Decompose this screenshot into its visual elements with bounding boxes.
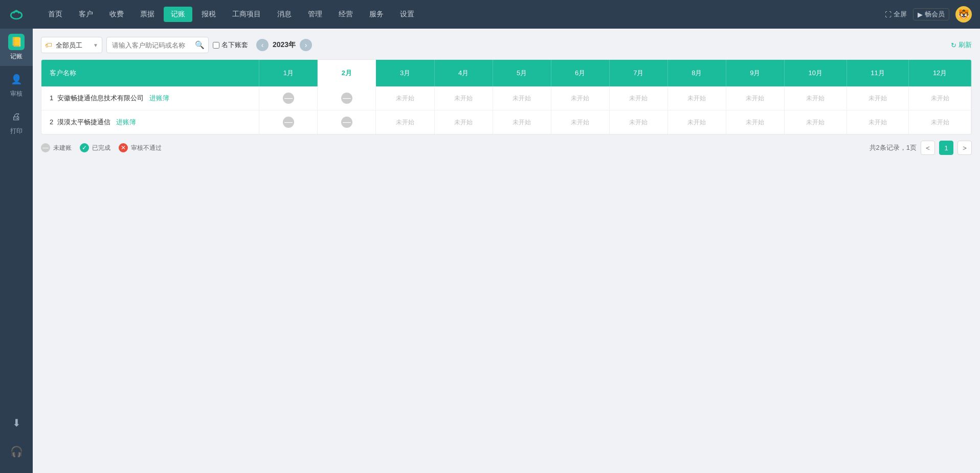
- nav-manage[interactable]: 管理: [301, 7, 329, 22]
- not-started-text: 未开始: [629, 119, 648, 126]
- legend-dot-teal: ✓: [80, 143, 89, 152]
- month-cell-11: 未开始: [847, 86, 909, 110]
- month-cell-10: 未开始: [784, 110, 847, 134]
- minus-icon: —: [283, 117, 294, 128]
- nav-ledger[interactable]: 记账: [164, 7, 192, 22]
- sidebar-item-download[interactable]: ⬇: [0, 410, 33, 436]
- month-cell-2: —: [318, 110, 376, 134]
- month-cell-4: 未开始: [434, 86, 493, 110]
- not-started-text: 未开始: [571, 119, 589, 126]
- month-cell-5: 未开始: [493, 110, 551, 134]
- nav-settings[interactable]: 设置: [393, 7, 421, 22]
- not-started-text: 未开始: [454, 119, 473, 126]
- col-aug: 8月: [667, 60, 726, 86]
- month-cell-8: 未开始: [667, 86, 726, 110]
- nav-operation[interactable]: 经营: [331, 7, 360, 22]
- not-started-text: 未开始: [868, 119, 887, 126]
- sidebar-item-audit[interactable]: 👤 审核: [0, 66, 33, 103]
- audit-icon: 👤: [8, 71, 25, 87]
- minus-icon: —: [341, 117, 352, 128]
- entry-link[interactable]: 进账簿: [116, 118, 136, 126]
- fullscreen-icon: ⛶: [885, 11, 892, 18]
- search-input[interactable]: [106, 37, 209, 53]
- col-mar: 3月: [376, 60, 434, 86]
- not-started-text: 未开始: [687, 95, 706, 102]
- refresh-button[interactable]: ↻ 刷新: [951, 40, 972, 50]
- col-jul: 7月: [609, 60, 667, 86]
- col-jun: 6月: [551, 60, 609, 86]
- not-started-text: 未开始: [931, 119, 949, 126]
- client-cell: 2 漠漠太平畅捷通信 进账簿: [41, 110, 259, 134]
- sidebar-item-ledger-label: 记账: [10, 52, 23, 61]
- employee-select-wrapper: 🏷 全部员工 ▼: [41, 37, 102, 53]
- month-cell-8: 未开始: [667, 110, 726, 134]
- svg-point-1: [15, 10, 18, 12]
- not-started-text: 未开始: [746, 95, 764, 102]
- account-table: 客户名称 1月 2月 3月 4月 5月 6月 7月 8月 9月 10月 11月 …: [41, 60, 971, 134]
- content-area: 🏷 全部员工 ▼ 🔍 名下账套 ‹ 2023年 ›: [33, 29, 980, 473]
- minus-icon: —: [341, 93, 352, 104]
- nav-message[interactable]: 消息: [270, 7, 299, 22]
- month-cell-12: 未开始: [909, 86, 971, 110]
- month-cell-1: —: [259, 110, 318, 134]
- prev-page-button[interactable]: <: [921, 141, 935, 155]
- search-icon: 🔍: [195, 40, 205, 50]
- table-body: 1 安徽畅捷通信息技术有限公司 进账簿——未开始未开始未开始未开始未开始未开始未…: [41, 86, 971, 134]
- nav-client[interactable]: 客户: [72, 7, 100, 22]
- next-page-button[interactable]: >: [957, 141, 972, 155]
- pagination: 共2条记录，1页 < 1 >: [870, 141, 972, 155]
- total-text: 共2条记录，1页: [870, 143, 917, 152]
- col-sep: 9月: [726, 60, 784, 86]
- search-button[interactable]: 🔍: [195, 40, 205, 50]
- entry-link[interactable]: 进账簿: [149, 94, 169, 102]
- nav-biz[interactable]: 工商项目: [225, 7, 268, 22]
- not-started-text: 未开始: [513, 95, 531, 102]
- print-icon: 🖨: [8, 108, 25, 125]
- month-cell-2: —: [318, 86, 376, 110]
- nav-invoice[interactable]: 票据: [133, 7, 162, 22]
- year-nav: ‹ 2023年 ›: [256, 39, 312, 51]
- month-cell-6: 未开始: [551, 86, 609, 110]
- legend-completed: ✓ 已完成: [80, 143, 110, 152]
- nav-home[interactable]: 首页: [41, 7, 70, 22]
- month-cell-1: —: [259, 86, 318, 110]
- table-row: 1 安徽畅捷通信息技术有限公司 进账簿——未开始未开始未开始未开始未开始未开始未…: [41, 86, 971, 110]
- legend-dot-red: ✕: [119, 143, 128, 152]
- employee-select[interactable]: 全部员工: [41, 37, 102, 53]
- month-cell-3: 未开始: [376, 86, 434, 110]
- client-name: 安徽畅捷通信息技术有限公司: [57, 94, 144, 102]
- nav-tax[interactable]: 报税: [194, 7, 223, 22]
- search-input-wrapper: 🔍: [106, 37, 209, 53]
- account-table-wrap: 客户名称 1月 2月 3月 4月 5月 6月 7月 8月 9月 10月 11月 …: [41, 59, 972, 134]
- nav-billing[interactable]: 收费: [102, 7, 131, 22]
- fullscreen-button[interactable]: ⛶ 全屏: [885, 10, 907, 19]
- col-nov: 11月: [847, 60, 909, 86]
- sidebar-item-ledger[interactable]: 📒 记账: [0, 29, 33, 66]
- nav-service[interactable]: 服务: [362, 7, 391, 22]
- vip-icon: ▶: [918, 11, 923, 18]
- month-cell-6: 未开始: [551, 110, 609, 134]
- not-started-text: 未开始: [513, 119, 531, 126]
- vip-button[interactable]: ▶ 畅会员: [913, 8, 949, 20]
- client-cell: 1 安徽畅捷通信息技术有限公司 进账簿: [41, 86, 259, 110]
- month-cell-11: 未开始: [847, 110, 909, 134]
- month-cell-7: 未开始: [609, 110, 667, 134]
- sub-account-checkbox[interactable]: [213, 42, 219, 49]
- month-cell-3: 未开始: [376, 110, 434, 134]
- sidebar-item-print[interactable]: 🖨 打印: [0, 103, 33, 141]
- month-cell-10: 未开始: [784, 86, 847, 110]
- month-cell-7: 未开始: [609, 86, 667, 110]
- download-icon: ⬇: [8, 415, 25, 431]
- next-year-button[interactable]: ›: [300, 39, 312, 51]
- sidebar-item-support[interactable]: 🎧: [0, 438, 33, 465]
- avatar[interactable]: 🐯: [955, 6, 972, 22]
- page-1-button[interactable]: 1: [939, 141, 953, 155]
- checkbox-label[interactable]: 名下账套: [213, 40, 248, 50]
- sidebar-item-audit-label: 审核: [10, 89, 23, 98]
- legend-not-started: — 未建账: [41, 143, 72, 152]
- month-cell-9: 未开始: [726, 86, 784, 110]
- sidebar: 📒 记账 👤 审核 🖨 打印 ⬇ 🎧: [0, 0, 33, 473]
- not-started-text: 未开始: [931, 95, 949, 102]
- prev-year-button[interactable]: ‹: [256, 39, 269, 51]
- not-started-text: 未开始: [746, 119, 764, 126]
